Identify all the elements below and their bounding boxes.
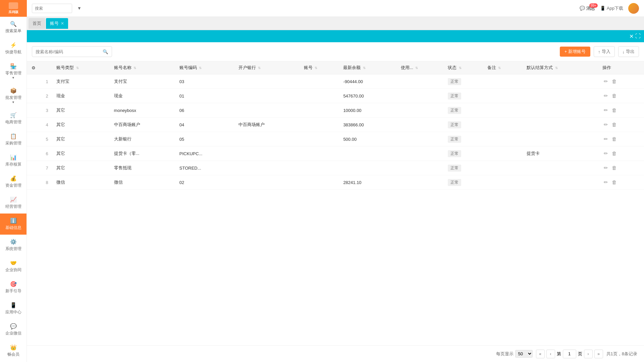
operations-mgmt-icon: 📈 xyxy=(10,196,17,203)
row-usage xyxy=(398,89,445,103)
add-account-button[interactable]: + 新增账号 xyxy=(560,47,590,57)
corp-agreement-icon: 🤝 xyxy=(10,260,17,266)
sidebar-item-operations-mgmt[interactable]: 📈 经营管理 xyxy=(0,192,26,214)
table-row: 3 其它 moneybosx 06 10000.00 正常 ✏ 🗑 xyxy=(27,103,644,118)
close-window-icon[interactable]: ✕ xyxy=(629,33,634,40)
row-account-type: 其它 xyxy=(54,103,111,118)
status-badge: 正常 xyxy=(448,165,461,172)
delete-button[interactable]: 🗑 xyxy=(610,78,618,85)
search-menu-icon: 🔍 xyxy=(10,21,17,27)
import-label: 导入 xyxy=(602,49,610,55)
th-usage[interactable]: 使用... ⇅ xyxy=(398,61,445,74)
row-account-name: 提货卡（零... xyxy=(111,146,177,161)
sidebar-item-corp-agreement[interactable]: 🤝 企业协同 xyxy=(0,256,26,277)
maximize-window-icon[interactable]: ⛶ xyxy=(635,33,641,39)
sidebar-item-retail-mgmt[interactable]: 🏪 零售管理 ▼ xyxy=(0,59,26,83)
expand-arrow-icon: ▼ xyxy=(12,76,15,79)
th-remark[interactable]: 备注 ⇅ xyxy=(485,61,524,74)
sidebar-item-ecommerce-mgmt[interactable]: 🛒 电商管理 xyxy=(0,108,26,129)
export-button[interactable]: ↓ 导出 xyxy=(618,46,639,57)
th-account-name[interactable]: 账号名称 ⇅ xyxy=(111,61,177,74)
first-page-button[interactable]: « xyxy=(536,350,545,358)
edit-button[interactable]: ✏ xyxy=(602,121,609,128)
sidebar-item-quick-nav[interactable]: ⚡ 快捷导航 xyxy=(0,38,26,59)
basic-info-icon: ℹ️ xyxy=(10,218,17,224)
edit-button[interactable]: ✏ xyxy=(602,92,609,100)
sidebar-item-purchase-mgmt[interactable]: 📋 采购管理 xyxy=(0,129,26,150)
tab-label-home: 首页 xyxy=(33,20,41,26)
row-account-code: 03 xyxy=(177,74,236,89)
page-size-dropdown[interactable]: 50 100 200 xyxy=(515,350,533,358)
topbar-search-input[interactable] xyxy=(32,4,72,13)
th-bank[interactable]: 开户银行 ⇅ xyxy=(236,61,301,74)
row-account-code: 01 xyxy=(177,89,236,103)
th-settings[interactable]: ⚙ xyxy=(27,61,40,74)
search-button[interactable]: 🔍 xyxy=(99,47,112,57)
row-status: 正常 xyxy=(445,118,485,132)
th-account-code[interactable]: 账号编码 ⇅ xyxy=(177,61,236,74)
delete-button[interactable]: 🗑 xyxy=(610,164,618,171)
next-page-button[interactable]: › xyxy=(584,350,593,358)
delete-button[interactable]: 🗑 xyxy=(610,121,618,128)
delete-button[interactable]: 🗑 xyxy=(610,179,618,186)
sidebar-item-capital-mgmt[interactable]: 💰 资金管理 xyxy=(0,171,26,192)
topbar-msg[interactable]: 💬 消息 99+ xyxy=(580,5,595,11)
edit-button[interactable]: ✏ xyxy=(602,107,609,114)
row-balance: 547670.00 xyxy=(340,89,398,103)
topbar-avatar[interactable] xyxy=(628,3,639,14)
tab-account[interactable]: 账号✕ xyxy=(46,18,68,29)
sidebar-item-member[interactable]: 👑 畅会员 xyxy=(0,340,26,361)
topbar-dropdown[interactable]: ▼ xyxy=(77,6,82,11)
row-num: 6 xyxy=(40,146,54,161)
topbar-app-download[interactable]: 📱 App下载 xyxy=(600,5,623,11)
th-status[interactable]: 状态 ⇅ xyxy=(445,61,485,74)
tab-home[interactable]: 首页 xyxy=(29,18,45,29)
sidebar-item-basic-info[interactable]: ℹ️ 基础信息 xyxy=(0,214,26,235)
ecommerce-mgmt-icon: 🛒 xyxy=(10,112,17,118)
edit-button[interactable]: ✏ xyxy=(602,179,609,186)
sidebar-label-operations-mgmt: 经营管理 xyxy=(5,204,21,209)
sidebar-menu: 🔍 搜索菜单 ⚡ 快捷导航 🏪 零售管理 ▼ 📦 批发管理 ▼ 🛒 电商管理 📋… xyxy=(0,17,26,362)
sidebar-item-system-mgmt[interactable]: ⚙️ 系统管理 xyxy=(0,235,26,256)
edit-button[interactable]: ✏ xyxy=(602,78,609,85)
row-usage xyxy=(398,74,445,89)
edit-button[interactable]: ✏ xyxy=(602,135,609,143)
row-num: 1 xyxy=(40,74,54,89)
row-action: ✏ 🗑 xyxy=(600,103,644,118)
row-default-payment xyxy=(524,118,600,132)
delete-button[interactable]: 🗑 xyxy=(610,92,618,99)
edit-button[interactable]: ✏ xyxy=(602,164,609,172)
sidebar-item-corp-wechat[interactable]: 💬 企业微信 xyxy=(0,319,26,340)
th-action: 操作 xyxy=(600,61,644,74)
row-usage xyxy=(398,175,445,190)
th-account-no[interactable]: 账号 ⇅ xyxy=(301,61,341,74)
page-size-select: 每页显示 50 100 200 xyxy=(496,350,533,358)
sidebar-item-app-center[interactable]: 📱 应用中心 xyxy=(0,298,26,319)
th-account-type[interactable]: 账号类型 ⇅ xyxy=(54,61,111,74)
tab-close-account[interactable]: ✕ xyxy=(61,21,64,26)
row-usage xyxy=(398,161,445,175)
row-balance: 500.00 xyxy=(340,132,398,146)
delete-button[interactable]: 🗑 xyxy=(610,107,618,114)
sidebar-item-inventory-check[interactable]: 📊 库存核算 xyxy=(0,150,26,171)
topbar-left: ▼ xyxy=(32,4,82,13)
search-input[interactable] xyxy=(32,49,99,54)
th-balance[interactable]: 最新余额 ⇅ xyxy=(340,61,398,74)
page-input[interactable] xyxy=(563,350,576,358)
page-label: 第 xyxy=(557,351,561,357)
row-account-name: 现金 xyxy=(111,89,177,103)
sidebar-item-new-guide[interactable]: 🎯 新手引导 xyxy=(0,277,26,298)
sidebar-label-search-menu: 搜索菜单 xyxy=(5,28,21,34)
import-button[interactable]: ↑ 导入 xyxy=(594,46,615,57)
row-account-no xyxy=(301,103,341,118)
edit-button[interactable]: ✏ xyxy=(602,150,609,157)
sidebar-item-search-menu[interactable]: 🔍 搜索菜单 xyxy=(0,17,26,38)
row-remark xyxy=(485,89,524,103)
sidebar-item-wholesale-mgmt[interactable]: 📦 批发管理 ▼ xyxy=(0,83,26,108)
delete-button[interactable]: 🗑 xyxy=(610,150,618,157)
th-default-payment[interactable]: 默认结算方式 ⇅ xyxy=(524,61,600,74)
delete-button[interactable]: 🗑 xyxy=(610,135,618,142)
last-page-button[interactable]: » xyxy=(594,350,603,358)
row-default-payment xyxy=(524,175,600,190)
prev-page-button[interactable]: ‹ xyxy=(546,350,555,358)
